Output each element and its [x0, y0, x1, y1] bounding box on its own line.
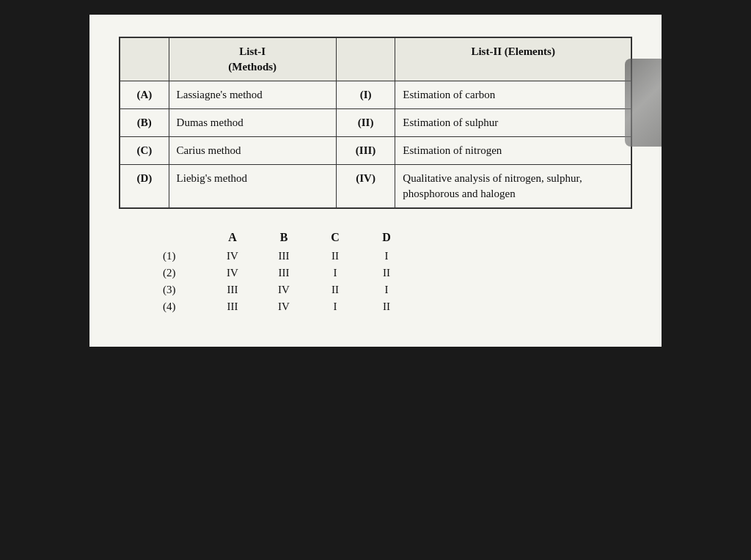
- answers-section: A B C D (1) IV III II I (2) IV III I II …: [119, 231, 632, 313]
- row-element: Estimation of nitrogen: [395, 137, 631, 165]
- answer-a: IV: [207, 267, 258, 279]
- row-method: Carius method: [169, 137, 336, 165]
- header-list2: List-II (Elements): [395, 37, 631, 81]
- row-roman: (III): [336, 137, 395, 165]
- option-number: (4): [163, 301, 207, 313]
- answer-row: (4) III IV I II: [163, 301, 632, 313]
- answer-d: I: [361, 250, 412, 262]
- answer-a: III: [207, 301, 258, 313]
- answer-b: IV: [258, 301, 309, 313]
- answer-d: II: [361, 267, 412, 279]
- answer-b: III: [258, 250, 309, 262]
- header-empty2: [336, 37, 395, 81]
- answer-row: (3) III IV II I: [163, 284, 632, 296]
- answer-d: I: [361, 284, 412, 296]
- col-b-header: B: [258, 231, 309, 244]
- answer-b: IV: [258, 284, 309, 296]
- header-empty: [120, 37, 169, 81]
- row-label: (D): [120, 165, 169, 209]
- table-row: (C) Carius method (III) Estimation of ni…: [120, 137, 631, 165]
- answer-row: (1) IV III II I: [163, 250, 632, 262]
- row-element: Estimation of carbon: [395, 81, 631, 109]
- answer-c: II: [309, 250, 361, 262]
- match-table: List-I(Methods) List-II (Elements) (A) L…: [119, 37, 632, 209]
- table-row: (D) Liebig's method (IV) Qualitative ana…: [120, 165, 631, 209]
- header-list1: List-I(Methods): [169, 37, 336, 81]
- answer-a: IV: [207, 250, 258, 262]
- answer-row: (2) IV III I II: [163, 267, 632, 279]
- col-a-header: A: [207, 231, 258, 244]
- table-row: (A) Lassiagne's method (I) Estimation of…: [120, 81, 631, 109]
- option-number: (2): [163, 267, 207, 279]
- answer-d: II: [361, 301, 412, 313]
- col-empty: [163, 231, 207, 244]
- row-element: Qualitative analysis of nitrogen, sulphu…: [395, 165, 631, 209]
- row-element: Estimation of sulphur: [395, 109, 631, 137]
- answer-c: I: [309, 267, 361, 279]
- answer-c: I: [309, 301, 361, 313]
- table-row: (B) Dumas method (II) Estimation of sulp…: [120, 109, 631, 137]
- row-roman: (II): [336, 109, 395, 137]
- row-method: Dumas method: [169, 109, 336, 137]
- option-number: (1): [163, 250, 207, 262]
- answer-a: III: [207, 284, 258, 296]
- row-method: Liebig's method: [169, 165, 336, 209]
- row-label: (A): [120, 81, 169, 109]
- row-label: (B): [120, 109, 169, 137]
- answer-b: III: [258, 267, 309, 279]
- row-label: (C): [120, 137, 169, 165]
- row-roman: (I): [336, 81, 395, 109]
- answers-header: A B C D: [163, 231, 632, 244]
- col-c-header: C: [309, 231, 361, 244]
- row-method: Lassiagne's method: [169, 81, 336, 109]
- option-number: (3): [163, 284, 207, 296]
- row-roman: (IV): [336, 165, 395, 209]
- page-container: List-I(Methods) List-II (Elements) (A) L…: [89, 15, 662, 347]
- thumb-decoration: [625, 59, 662, 147]
- col-d-header: D: [361, 231, 412, 244]
- answer-c: II: [309, 284, 361, 296]
